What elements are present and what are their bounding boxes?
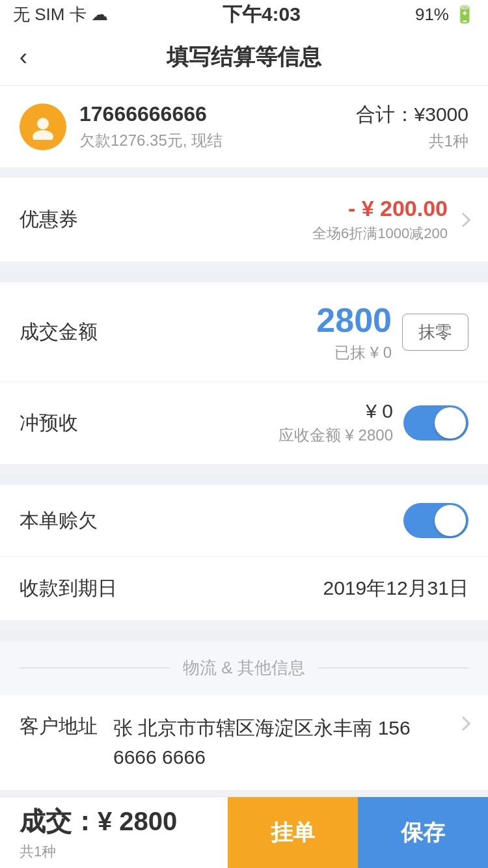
due-date-row: 收款到期日 2019年12月31日 bbox=[0, 557, 488, 620]
bottom-count: 共1种 bbox=[20, 842, 208, 861]
credit-row: 本单赊欠 bbox=[0, 485, 488, 557]
coupon-label: 优惠券 bbox=[20, 206, 78, 233]
battery-text: 91% bbox=[415, 5, 449, 25]
customer-card: 17666666666 欠款1276.35元, 现结 合计：¥3000 共1种 bbox=[0, 86, 488, 167]
credit-section: 本单赊欠 收款到期日 2019年12月31日 bbox=[0, 485, 488, 620]
prepay-amount-block: ¥ 0 应收金额 ¥ 2800 bbox=[278, 400, 393, 446]
bottom-deal-label: 成交： bbox=[20, 807, 98, 835]
divider-1 bbox=[0, 272, 488, 282]
avatar bbox=[20, 103, 66, 150]
hold-button[interactable]: 挂单 bbox=[228, 797, 358, 869]
status-time: 下午4:03 bbox=[223, 1, 301, 28]
round-down-button[interactable]: 抹零 bbox=[402, 314, 468, 351]
coupon-section: 优惠券 - ¥ 200.00 全场6折满1000减200 bbox=[0, 178, 488, 262]
bottom-bar: 成交：¥ 2800 共1种 挂单 保存 bbox=[0, 796, 488, 868]
coupon-desc: 全场6折满1000减200 bbox=[312, 224, 448, 243]
sep-line-right bbox=[318, 668, 468, 668]
prepay-label: 冲预收 bbox=[20, 410, 78, 437]
bottom-summary: 成交：¥ 2800 共1种 bbox=[0, 804, 228, 861]
bottom-deal-amount: ¥ 2800 bbox=[98, 807, 177, 835]
prepay-row: 冲预收 ¥ 0 应收金额 ¥ 2800 bbox=[0, 382, 488, 464]
credit-toggle[interactable] bbox=[403, 503, 468, 538]
logistics-separator: 物流 & 其他信息 bbox=[0, 641, 488, 695]
sim-text: 无 SIM 卡 ☁ bbox=[13, 3, 108, 26]
back-button[interactable]: ‹ bbox=[20, 44, 27, 71]
page-title: 填写结算等信息 bbox=[167, 42, 321, 72]
save-button[interactable]: 保存 bbox=[358, 797, 488, 869]
battery-icon: 🔋 bbox=[454, 5, 475, 25]
due-date-label: 收款到期日 bbox=[20, 575, 117, 602]
divider-2 bbox=[0, 474, 488, 485]
deal-sub: 已抹 ¥ 0 bbox=[316, 342, 392, 363]
logistics-label: 物流 & 其他信息 bbox=[183, 657, 305, 679]
coupon-row[interactable]: 优惠券 - ¥ 200.00 全场6折满1000减200 bbox=[0, 178, 488, 262]
prepay-right: ¥ 0 应收金额 ¥ 2800 bbox=[278, 400, 468, 446]
content: 17666666666 欠款1276.35元, 现结 合计：¥3000 共1种 … bbox=[0, 86, 488, 868]
address-value: 张 北京市市辖区海淀区永丰南 156 6666 6666 bbox=[113, 713, 448, 772]
address-chevron-icon bbox=[456, 716, 471, 731]
credit-right bbox=[403, 503, 468, 538]
customer-phone: 17666666666 bbox=[79, 102, 223, 126]
svg-point-1 bbox=[33, 130, 53, 140]
status-bar: 无 SIM 卡 ☁ 下午4:03 91% 🔋 bbox=[0, 0, 488, 29]
coupon-amount: - ¥ 200.00 bbox=[312, 196, 448, 221]
customer-left: 17666666666 欠款1276.35元, 现结 bbox=[20, 102, 223, 151]
customer-info: 17666666666 欠款1276.35元, 现结 bbox=[79, 102, 223, 151]
credit-label: 本单赊欠 bbox=[20, 508, 98, 534]
customer-count: 共1种 bbox=[356, 131, 468, 152]
deal-section: 成交金额 2800 已抹 ¥ 0 抹零 冲预收 ¥ 0 应收金额 ¥ 2800 bbox=[0, 282, 488, 464]
customer-right: 合计：¥3000 共1种 bbox=[356, 102, 468, 152]
deal-row: 成交金额 2800 已抹 ¥ 0 抹零 bbox=[0, 282, 488, 382]
deal-value: 2800 bbox=[316, 301, 392, 340]
credit-toggle-knob bbox=[435, 505, 466, 536]
deal-amount-block: 2800 已抹 ¥ 0 bbox=[316, 301, 392, 363]
deal-right: 2800 已抹 ¥ 0 抹零 bbox=[316, 301, 468, 363]
chevron-icon bbox=[456, 212, 471, 227]
divider-3 bbox=[0, 631, 488, 641]
toggle-knob bbox=[435, 407, 466, 439]
customer-desc: 欠款1276.35元, 现结 bbox=[79, 130, 223, 151]
status-left: 无 SIM 卡 ☁ bbox=[13, 3, 108, 26]
bottom-deal-text: 成交：¥ 2800 bbox=[20, 804, 208, 839]
address-section: 客户地址 张 北京市市辖区海淀区永丰南 156 6666 6666 bbox=[0, 695, 488, 790]
coupon-right: - ¥ 200.00 全场6折满1000减200 bbox=[312, 196, 468, 243]
svg-point-0 bbox=[37, 118, 49, 129]
status-right: 91% 🔋 bbox=[415, 5, 475, 25]
customer-total: 合计：¥3000 bbox=[356, 102, 468, 128]
prepay-sub: 应收金额 ¥ 2800 bbox=[278, 425, 393, 446]
header: ‹ 填写结算等信息 bbox=[0, 29, 488, 86]
address-row[interactable]: 客户地址 张 北京市市辖区海淀区永丰南 156 6666 6666 bbox=[0, 695, 488, 790]
deal-label: 成交金额 bbox=[20, 319, 98, 346]
prepay-toggle[interactable] bbox=[403, 405, 468, 441]
sep-line-left bbox=[20, 668, 170, 668]
address-label: 客户地址 bbox=[20, 713, 98, 740]
coupon-value-block: - ¥ 200.00 全场6折满1000减200 bbox=[312, 196, 448, 243]
prepay-value: ¥ 0 bbox=[278, 400, 393, 422]
due-date-value: 2019年12月31日 bbox=[323, 575, 468, 602]
